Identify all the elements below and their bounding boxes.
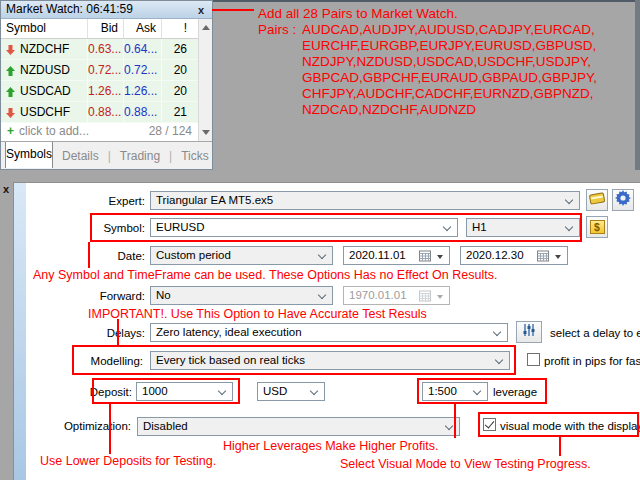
annotation-connector-line — [212, 9, 254, 11]
scroll-down-icon[interactable] — [202, 130, 210, 135]
symbol-properties-button[interactable]: $ — [586, 216, 608, 238]
ask-value: 0.72... — [123, 60, 161, 80]
price-down-icon — [6, 107, 15, 117]
scrollbar[interactable] — [198, 19, 212, 141]
delays-label: Delays: — [55, 327, 145, 339]
optimization-value: Disabled — [143, 420, 188, 432]
close-icon[interactable]: x — [3, 183, 9, 195]
date-to-picker[interactable]: 2020.12.30 — [460, 246, 568, 265]
chevron-down-icon — [445, 422, 453, 430]
forward-select[interactable]: No — [150, 286, 333, 305]
timeframe-select[interactable]: H1 — [466, 218, 580, 237]
annotation-deposit-note: Use Lower Deposits for Testing. — [40, 454, 216, 468]
date-period-value: Custom period — [156, 249, 231, 261]
market-watch-tabbar: Symbols Details | Trading | Ticks — [1, 141, 212, 169]
column-header-symbol[interactable]: Symbol — [1, 19, 87, 38]
delays-hint: select a delay to emulate — [550, 327, 640, 339]
price-down-icon — [6, 44, 15, 54]
forward-label: Forward: — [55, 290, 145, 302]
spread-value: 21 — [161, 102, 194, 122]
window-right-edge — [635, 0, 640, 170]
annotation-pairs-line: NZDCAD,NZDCHF,AUDNZD — [302, 102, 476, 117]
tab-trading[interactable]: Trading — [111, 149, 169, 163]
price-up-icon — [6, 65, 15, 75]
annotation-pairs-line: NZDJPY,NZDUSD,USDCAD,USDCHF,USDJPY, — [302, 54, 591, 69]
currency-select[interactable]: USD — [257, 382, 325, 401]
deposit-select[interactable]: 1000 — [136, 382, 233, 401]
leverage-value: 1:500 — [428, 385, 457, 397]
annotation-pairs-line: GBPCAD,GBPCHF,EURAUD,GBPAUD,GBPJPY, — [302, 70, 597, 85]
visual-mode-label[interactable]: visual mode with the display — [500, 420, 640, 432]
tab-details[interactable]: Details — [53, 149, 108, 163]
bid-value: 0.72... — [87, 60, 123, 80]
table-row-usdchf[interactable]: USDCHF 0.88... 0.88... 21 — [1, 102, 198, 123]
annotation-pairs-line: EURCHF,EURGBP,EURJPY,EURUSD,GBPUSD, — [302, 38, 596, 53]
modelling-select[interactable]: Every tick based on real ticks — [150, 351, 510, 370]
symbol-name: USDCAD — [20, 84, 71, 98]
column-header-ask[interactable]: Ask — [123, 19, 161, 38]
symbol-label: Symbol: — [55, 222, 145, 234]
dropdown-arrow-icon — [437, 255, 443, 259]
delays-select[interactable]: Zero latency, ideal execution — [150, 323, 508, 342]
market-watch-titlebar: Market Watch: 06:41:59 x — [1, 1, 212, 19]
scroll-up-icon[interactable] — [202, 25, 210, 30]
date-from-value: 2020.11.01 — [349, 249, 406, 261]
expert-label: Expert: — [55, 195, 145, 207]
profit-in-pips-checkbox[interactable] — [527, 353, 540, 366]
expert-journal-button[interactable] — [586, 189, 608, 211]
optimization-select[interactable]: Disabled — [137, 417, 460, 436]
chevron-down-icon — [565, 196, 573, 204]
leverage-label: leverage — [493, 386, 537, 398]
calendar-icon — [419, 290, 431, 305]
expert-select[interactable]: Triangular EA MT5.ex5 — [150, 191, 580, 210]
ask-value: 0.64... — [123, 39, 161, 59]
column-header-bid[interactable]: Bid — [87, 19, 123, 38]
table-row-nzdchf[interactable]: NZDCHF 0.63... 0.64... 26 — [1, 39, 198, 60]
profit-in-pips-label[interactable]: profit in pips for faster calculations — [544, 355, 640, 367]
expert-properties-button[interactable] — [612, 189, 634, 211]
table-row-nzdusd[interactable]: NZDUSD 0.72... 0.72... 20 — [1, 60, 198, 81]
click-to-add-row[interactable]: +click to add... 28 / 124 — [1, 123, 212, 140]
chevron-down-icon — [493, 328, 501, 336]
date-label: Date: — [55, 250, 145, 262]
leverage-select[interactable]: 1:500 — [422, 382, 488, 401]
deposit-value: 1000 — [142, 385, 168, 397]
add-icon: + — [7, 124, 14, 138]
date-to-value: 2020.12.30 — [466, 249, 524, 261]
symbol-select[interactable]: EURUSD — [150, 218, 458, 237]
market-watch-panel: Market Watch: 06:41:59 x Symbol Bid Ask … — [0, 0, 213, 170]
delays-value: Zero latency, ideal execution — [156, 326, 302, 338]
date-period-select[interactable]: Custom period — [150, 246, 333, 265]
gear-icon — [615, 190, 631, 210]
close-icon[interactable]: x — [198, 2, 204, 19]
chevron-down-icon — [565, 223, 573, 231]
delay-settings-button[interactable] — [516, 321, 542, 343]
symbol-name: USDCHF — [20, 105, 70, 119]
date-from-picker[interactable]: 2020.11.01 — [343, 246, 450, 265]
currency-value: USD — [263, 385, 287, 397]
tab-symbols[interactable]: Symbols — [5, 141, 53, 168]
forward-date-value: 1970.01.01 — [349, 289, 407, 301]
spread-value: 20 — [161, 81, 194, 101]
chevron-down-icon — [318, 291, 326, 299]
market-watch-header-row: Symbol Bid Ask ! — [1, 19, 198, 39]
symbol-value: EURUSD — [156, 221, 205, 233]
chevron-down-icon — [310, 387, 318, 395]
annotation-symbol-note: Any Symbol and TimeFrame can be used. Th… — [33, 268, 497, 282]
tab-ticks[interactable]: Ticks — [172, 149, 212, 163]
symbol-name: NZDUSD — [20, 63, 70, 77]
chevron-down-icon — [495, 356, 503, 364]
column-header-spread[interactable]: ! — [161, 19, 194, 38]
ask-value: 1.26... — [123, 81, 161, 101]
annotation-leverage-note: Higher Leverages Make Higher Profits. — [223, 439, 438, 453]
table-row-usdcad[interactable]: USDCAD 1.26... 1.26... 20 — [1, 81, 198, 102]
panel-left-strip — [14, 183, 26, 480]
ask-value: 0.88... — [123, 102, 161, 122]
dropdown-arrow-icon — [437, 295, 443, 299]
symbol-name: NZDCHF — [20, 42, 69, 56]
annotation-pairs-line: AUDCAD,AUDJPY,AUDUSD,CADJPY,EURCAD, — [302, 22, 595, 37]
visual-mode-checkbox[interactable] — [483, 418, 496, 431]
chevron-down-icon — [473, 387, 481, 395]
screenshot-root: Market Watch: 06:41:59 x Symbol Bid Ask … — [0, 0, 640, 480]
annotation-pairs-label: Pairs : — [258, 22, 296, 37]
